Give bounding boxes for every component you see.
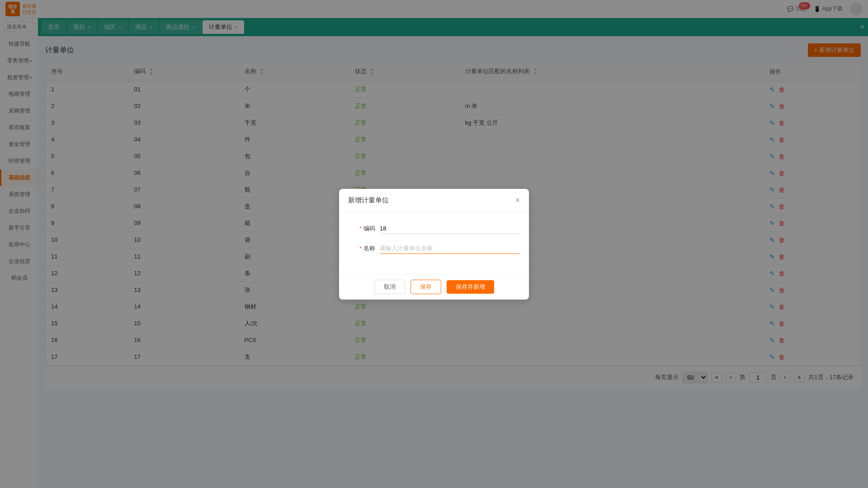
modal-footer: 取消 保存 保存并新增 <box>339 274 529 300</box>
name-input[interactable] <box>380 243 520 254</box>
modal-close-btn[interactable]: × <box>515 196 520 204</box>
modal-title: 新增计量单位 <box>348 196 389 205</box>
code-input[interactable] <box>380 223 520 234</box>
code-label: 编码 <box>348 225 375 233</box>
modal-body: 编码 名称 <box>339 212 529 274</box>
save-and-new-button[interactable]: 保存并新增 <box>447 280 494 294</box>
modal-header: 新增计量单位 × <box>339 189 529 212</box>
add-unit-modal: 新增计量单位 × 编码 名称 取消 保存 保存并新增 <box>339 189 529 300</box>
form-row-code: 编码 <box>348 223 520 234</box>
modal-overlay[interactable]: 新增计量单位 × 编码 名称 取消 保存 保存并新增 <box>0 0 868 488</box>
save-button[interactable]: 保存 <box>410 280 441 294</box>
cancel-button[interactable]: 取消 <box>374 280 405 294</box>
name-label: 名称 <box>348 244 375 253</box>
form-row-name: 名称 <box>348 243 520 254</box>
